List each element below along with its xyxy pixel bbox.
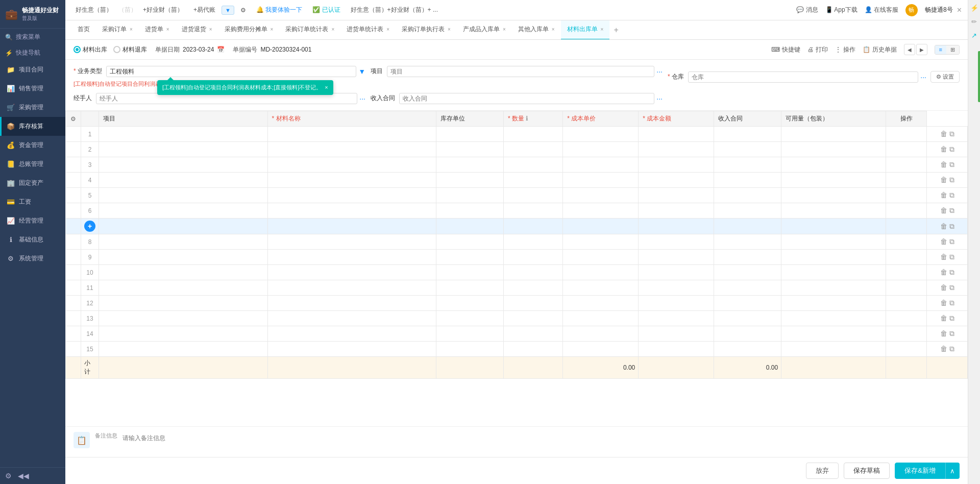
table-cell[interactable] — [886, 250, 927, 265]
table-cell[interactable] — [714, 311, 781, 326]
table-cell[interactable] — [886, 296, 927, 311]
table-cell[interactable] — [99, 203, 268, 219]
table-cell[interactable] — [639, 203, 714, 219]
table-cell[interactable] — [886, 311, 927, 326]
table-cell[interactable] — [503, 157, 562, 173]
table-cell[interactable] — [781, 342, 886, 357]
table-cell[interactable] — [714, 127, 781, 142]
table-cell[interactable] — [503, 142, 562, 157]
tab-home[interactable]: 首页 — [71, 20, 96, 40]
copy-row-btn[interactable]: ⧉ — [949, 191, 954, 199]
table-cell[interactable] — [639, 250, 714, 265]
table-cell[interactable] — [99, 173, 268, 188]
table-cell[interactable] — [639, 157, 714, 173]
sidebar-item-finance[interactable]: 💰 资金管理 — [0, 136, 65, 155]
tab-other-receipt[interactable]: 其他入库单× — [512, 20, 561, 40]
add-row-button[interactable]: + — [84, 221, 95, 232]
table-cell[interactable] — [781, 157, 886, 173]
table-cell[interactable] — [714, 250, 781, 265]
table-cell[interactable] — [714, 296, 781, 311]
delete-row-btn[interactable]: 🗑 — [940, 314, 947, 322]
table-cell[interactable] — [886, 203, 927, 219]
more-nav[interactable]: 好生意（苗）+好业财（苗）+ ... — [347, 4, 442, 16]
table-cell[interactable] — [503, 296, 562, 311]
table-cell[interactable] — [99, 311, 268, 326]
table-cell[interactable] — [267, 342, 436, 357]
table-cell[interactable] — [99, 265, 268, 280]
table-cell[interactable] — [781, 296, 886, 311]
delete-row-btn[interactable]: 🗑 — [940, 283, 947, 292]
table-cell[interactable] — [503, 127, 562, 142]
nav-prev[interactable]: ◀ — [904, 44, 915, 55]
delete-row-btn[interactable]: 🗑 — [940, 191, 947, 199]
table-cell[interactable] — [781, 280, 886, 296]
project-dots[interactable]: ··· — [656, 67, 663, 76]
table-cell[interactable] — [563, 234, 639, 250]
tab-close-4[interactable]: × — [271, 27, 274, 32]
tab-goods-return[interactable]: 进货退货× — [176, 20, 218, 40]
table-cell[interactable] — [781, 188, 886, 203]
table-cell[interactable] — [99, 127, 268, 142]
delete-row-btn[interactable]: 🗑 — [940, 253, 947, 261]
table-cell[interactable] — [267, 250, 436, 265]
table-cell[interactable] — [781, 203, 886, 219]
table-cell[interactable] — [886, 219, 927, 234]
app-download-btn[interactable]: 📱 App下载 — [825, 6, 857, 14]
table-cell[interactable] — [436, 296, 504, 311]
sidebar-item-system[interactable]: ⚙ 系统管理 — [0, 249, 65, 268]
topbar-close-btn[interactable]: × — [957, 6, 962, 15]
radio-issue[interactable]: 材料出库 — [74, 45, 107, 54]
right-panel-icon-1[interactable]: ⚡ — [970, 4, 978, 12]
table-cell-input[interactable] — [271, 223, 433, 230]
sidebar-search[interactable]: 🔍 搜索菜单 — [0, 29, 65, 45]
col-settings-header[interactable]: ⚙ — [66, 111, 81, 127]
table-cell[interactable] — [436, 265, 504, 280]
copy-row-btn[interactable]: ⧉ — [949, 237, 954, 246]
table-cell[interactable] — [563, 265, 639, 280]
copy-row-btn[interactable]: ⧉ — [949, 130, 954, 138]
tab-close-5[interactable]: × — [331, 27, 334, 32]
table-cell[interactable] — [436, 250, 504, 265]
table-cell[interactable] — [267, 326, 436, 342]
delete-row-btn[interactable]: 🗑 — [940, 160, 947, 168]
copy-row-btn[interactable]: ⧉ — [949, 206, 954, 214]
table-cell[interactable] — [714, 173, 781, 188]
table-cell[interactable] — [99, 326, 268, 342]
table-cell[interactable] — [436, 280, 504, 296]
table-cell[interactable] — [714, 203, 781, 219]
tab-add-btn[interactable]: + — [609, 26, 622, 35]
tab-purchase-stat[interactable]: 采购订单统计表× — [279, 20, 340, 40]
copy-row-btn[interactable]: ⧉ — [949, 222, 954, 230]
tab-close-10[interactable]: × — [601, 27, 604, 32]
sidebar-quick-nav[interactable]: ⚡ 快捷导航 — [0, 45, 65, 60]
table-cell[interactable] — [886, 173, 927, 188]
table-cell[interactable] — [503, 188, 562, 203]
delete-row-btn[interactable]: 🗑 — [940, 145, 947, 153]
table-cell[interactable] — [639, 342, 714, 357]
shortcut-btn[interactable]: ⌨ 快捷键 — [771, 45, 800, 54]
tab-finished-goods[interactable]: 产成品入库单× — [457, 20, 512, 40]
table-cell[interactable] — [267, 296, 436, 311]
table-cell[interactable] — [99, 280, 268, 296]
table-cell[interactable] — [781, 311, 886, 326]
radio-return[interactable]: 材料退库 — [113, 45, 147, 54]
table-cell[interactable] — [436, 127, 504, 142]
table-cell[interactable] — [639, 173, 714, 188]
copy-row-btn[interactable]: ⧉ — [949, 268, 954, 276]
table-cell[interactable] — [267, 173, 436, 188]
table-cell[interactable] — [267, 234, 436, 250]
table-cell[interactable] — [563, 127, 639, 142]
table-cell[interactable] — [781, 250, 886, 265]
table-cell[interactable] — [781, 219, 886, 234]
table-cell[interactable] — [563, 219, 639, 234]
project-input[interactable] — [387, 66, 654, 77]
sidebar-item-ledger[interactable]: 📒 总账管理 — [0, 155, 65, 174]
note-input[interactable] — [122, 432, 960, 450]
table-cell[interactable] — [503, 250, 562, 265]
table-cell[interactable] — [563, 280, 639, 296]
table-cell[interactable] — [99, 250, 268, 265]
table-cell[interactable] — [267, 188, 436, 203]
copy-row-btn[interactable]: ⧉ — [949, 329, 954, 337]
table-cell[interactable] — [781, 142, 886, 157]
table-cell[interactable] — [639, 311, 714, 326]
